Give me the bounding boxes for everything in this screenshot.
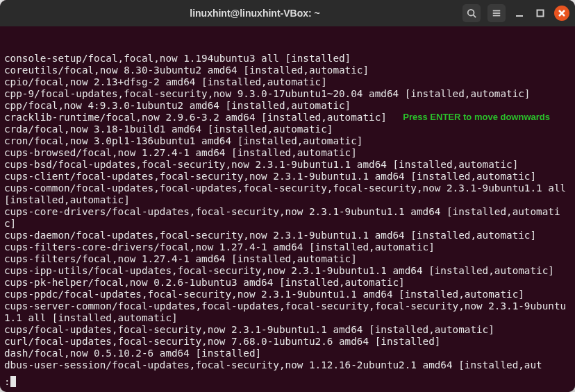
terminal-output: console-setup/focal,focal,now 1.194ubunt… <box>4 53 571 371</box>
terminal-window: linuxhint@linuxhint-VBox: ~ console-setu… <box>0 0 575 392</box>
close-button[interactable] <box>554 6 569 21</box>
minimize-icon <box>515 9 524 17</box>
hamburger-icon <box>492 8 501 18</box>
minimize-button[interactable] <box>512 6 526 20</box>
window-title: linuxhint@linuxhint-VBox: ~ <box>53 8 457 19</box>
annotation-overlay: Press ENTER to move downwards <box>403 111 550 123</box>
svg-rect-6 <box>538 10 544 17</box>
maximize-icon <box>536 9 544 17</box>
svg-point-0 <box>468 10 474 16</box>
menu-button[interactable] <box>488 4 506 22</box>
search-button[interactable] <box>462 4 481 22</box>
pager-prompt: : <box>4 376 16 388</box>
svg-line-1 <box>474 15 476 18</box>
titlebar: linuxhint@linuxhint-VBox: ~ <box>0 0 575 26</box>
terminal-viewport[interactable]: console-setup/focal,focal,now 1.194ubunt… <box>0 26 575 392</box>
cursor <box>10 376 16 387</box>
maximize-button[interactable] <box>533 6 547 20</box>
close-icon <box>558 10 565 17</box>
search-icon <box>467 8 476 18</box>
